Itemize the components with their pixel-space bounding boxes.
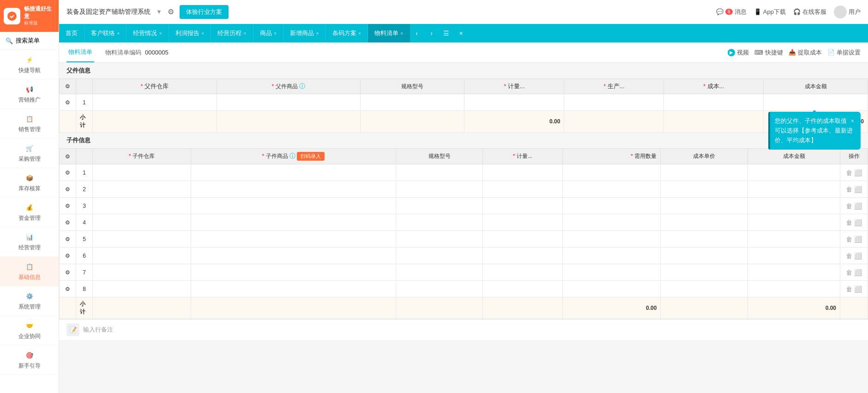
- delete-icon[interactable]: 🗑: [846, 169, 852, 176]
- parent-row-unit[interactable]: [464, 94, 564, 111]
- child-row-qty[interactable]: [562, 248, 661, 264]
- child-row-warehouse[interactable]: [93, 248, 191, 264]
- child-row-warehouse[interactable]: [93, 164, 191, 181]
- child-row-product[interactable]: [191, 181, 396, 198]
- child-row-spec[interactable]: [396, 214, 483, 231]
- child-row-product[interactable]: [191, 248, 396, 264]
- child-row-product[interactable]: [191, 198, 396, 214]
- view-action[interactable]: ▶ 视频: [728, 48, 749, 57]
- extract-cost-action[interactable]: 📥 提取成本: [789, 48, 822, 57]
- child-row-qty[interactable]: [562, 214, 661, 231]
- tooltip-close-btn[interactable]: ×: [850, 116, 854, 126]
- parent-row-produce[interactable]: [564, 94, 664, 111]
- scan-btn[interactable]: 扫码录入: [297, 152, 325, 161]
- copy-icon[interactable]: ⬜: [854, 186, 862, 193]
- tab-products[interactable]: 商品 ×: [253, 24, 283, 42]
- child-row-unit-cost[interactable]: [661, 198, 748, 214]
- tab-history[interactable]: 经营历程 ×: [211, 24, 253, 42]
- close-icon[interactable]: ×: [201, 30, 204, 36]
- copy-icon[interactable]: ⬜: [854, 169, 862, 176]
- add-row-icon[interactable]: 📝: [66, 323, 79, 336]
- single-setting-action[interactable]: 📄 单据设置: [827, 48, 861, 57]
- close-icon[interactable]: ×: [117, 30, 120, 36]
- child-row-unit[interactable]: [483, 264, 562, 281]
- close-icon[interactable]: ×: [274, 30, 277, 36]
- app-download-btn[interactable]: 📱 App下载: [754, 8, 786, 16]
- child-row-product[interactable]: [191, 164, 396, 181]
- tab-operations-status[interactable]: 经营情况 ×: [127, 24, 169, 42]
- child-row-unit[interactable]: [483, 281, 562, 297]
- child-row-unit-cost[interactable]: [661, 181, 748, 198]
- message-btn[interactable]: 💬 6 消息: [716, 8, 747, 16]
- copy-icon[interactable]: ⬜: [854, 252, 862, 260]
- close-icon[interactable]: ×: [316, 30, 319, 36]
- child-row-qty[interactable]: [562, 164, 661, 181]
- child-row-warehouse[interactable]: [93, 214, 191, 231]
- child-row-spec[interactable]: [396, 181, 483, 198]
- child-row-unit-cost[interactable]: [661, 264, 748, 281]
- tab-customers[interactable]: 客户联络 ×: [84, 24, 127, 42]
- child-row-spec[interactable]: [396, 198, 483, 214]
- delete-icon[interactable]: 🗑: [846, 252, 852, 260]
- child-row-unit[interactable]: [483, 248, 562, 264]
- child-row-unit-cost[interactable]: [661, 231, 748, 248]
- parent-row-product[interactable]: [217, 94, 360, 111]
- child-row-product[interactable]: [191, 281, 396, 297]
- child-row-spec[interactable]: [396, 248, 483, 264]
- child-row-unit[interactable]: [483, 164, 562, 181]
- child-row-unit[interactable]: [483, 181, 562, 198]
- delete-icon[interactable]: 🗑: [846, 236, 852, 243]
- close-icon[interactable]: ×: [400, 30, 403, 36]
- copy-icon[interactable]: ⬜: [854, 269, 862, 276]
- delete-icon[interactable]: 🗑: [846, 219, 852, 226]
- sidebar-item-finance[interactable]: 💰 资金管理: [0, 198, 59, 227]
- child-row-spec[interactable]: [396, 264, 483, 281]
- trial-btn[interactable]: 体验行业方案: [180, 5, 229, 19]
- child-row-spec[interactable]: [396, 231, 483, 248]
- child-row-unit[interactable]: [483, 214, 562, 231]
- nav-next-btn[interactable]: ›: [425, 27, 438, 40]
- child-row-spec[interactable]: [396, 164, 483, 181]
- child-row-warehouse[interactable]: [93, 181, 191, 198]
- sidebar-item-guide[interactable]: 🎯 新手引导: [0, 345, 59, 375]
- nav-prev-btn[interactable]: ‹: [410, 27, 423, 40]
- child-row-warehouse[interactable]: [93, 281, 191, 297]
- close-icon[interactable]: ×: [159, 30, 162, 36]
- child-row-qty[interactable]: [562, 231, 661, 248]
- tab-barcode[interactable]: 条码方案 ×: [326, 24, 368, 42]
- child-row-unit[interactable]: [483, 198, 562, 214]
- sidebar-item-basics[interactable]: 📋 基础信息: [0, 257, 59, 286]
- sidebar-item-operations[interactable]: 📊 经营管理: [0, 227, 59, 257]
- close-icon[interactable]: ×: [358, 30, 361, 36]
- child-row-unit-cost[interactable]: [661, 164, 748, 181]
- delete-icon[interactable]: 🗑: [846, 202, 852, 210]
- copy-icon[interactable]: ⬜: [854, 219, 862, 226]
- sidebar-item-sales[interactable]: 📋 销售管理: [0, 109, 59, 139]
- child-row-product[interactable]: [191, 231, 396, 248]
- child-row-unit[interactable]: [483, 231, 562, 248]
- child-row-qty[interactable]: [562, 281, 661, 297]
- sidebar-item-marketing[interactable]: 📢 营销推广: [0, 79, 59, 109]
- sidebar-item-inventory[interactable]: 📦 库存核算: [0, 168, 59, 198]
- shortcut-action[interactable]: ⌨ 快捷键: [754, 48, 783, 57]
- child-row-product[interactable]: [191, 264, 396, 281]
- tab-bom[interactable]: 物料清单 ×: [368, 24, 410, 42]
- copy-icon[interactable]: ⬜: [854, 285, 862, 293]
- child-row-unit-cost[interactable]: [661, 248, 748, 264]
- sidebar-item-collab[interactable]: 🤝 企业协同: [0, 316, 59, 345]
- child-row-unit-cost[interactable]: [661, 214, 748, 231]
- nav-close-btn[interactable]: ×: [455, 27, 468, 40]
- child-row-warehouse[interactable]: [93, 198, 191, 214]
- parent-row-cost[interactable]: [664, 94, 764, 111]
- tab-profit[interactable]: 利润报告 ×: [169, 24, 211, 42]
- sidebar-item-quick-nav[interactable]: ⚡ 快捷导航: [0, 50, 59, 79]
- child-row-unit-cost[interactable]: [661, 281, 748, 297]
- online-service-btn[interactable]: 🎧 在线客服: [793, 8, 826, 16]
- child-row-spec[interactable]: [396, 281, 483, 297]
- child-row-warehouse[interactable]: [93, 231, 191, 248]
- child-row-product[interactable]: [191, 214, 396, 231]
- child-row-warehouse[interactable]: [93, 264, 191, 281]
- tab-new-product[interactable]: 新增商品 ×: [283, 24, 326, 42]
- sidebar-item-system[interactable]: ⚙️ 系统管理: [0, 286, 59, 316]
- settings-icon[interactable]: ⚙: [168, 7, 174, 16]
